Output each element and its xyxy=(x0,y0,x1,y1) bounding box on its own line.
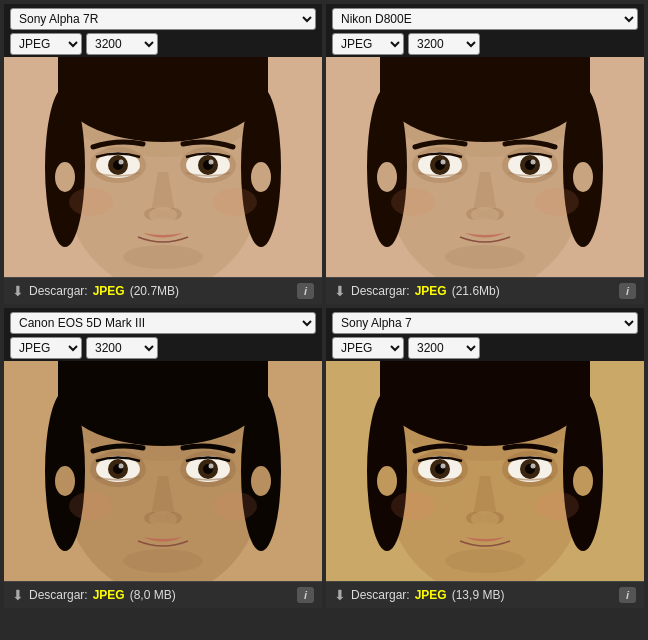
camera-select-2[interactable]: Nikon D800E xyxy=(332,8,638,30)
download-size-1: (20.7MB) xyxy=(130,284,179,298)
panel-header-4: Sony Alpha 7 JPEGTIFFPNG 100200400800160… xyxy=(326,308,644,361)
svg-point-52 xyxy=(471,207,499,223)
download-section-3: ⬇ Descargar: JPEG (8,0 MB) xyxy=(12,587,176,603)
format-select-2[interactable]: JPEGTIFFPNG xyxy=(332,33,404,55)
svg-point-48 xyxy=(531,160,536,165)
format-row-2: JPEGTIFFPNG 1002004008001600320064001280… xyxy=(332,33,638,55)
format-row-4: JPEGTIFFPNG 1002004008001600320064001280… xyxy=(332,337,638,359)
download-format-4[interactable]: JPEG xyxy=(415,588,447,602)
svg-rect-62 xyxy=(58,361,268,416)
camera-row-2: Nikon D800E xyxy=(332,8,638,30)
svg-rect-6 xyxy=(58,57,268,112)
svg-point-75 xyxy=(119,464,124,469)
download-section-4: ⬇ Descargar: JPEG (13,9 MB) xyxy=(334,587,504,603)
iso-select-3[interactable]: 1002004008001600320064001280025600 xyxy=(86,337,158,359)
panel-footer-1: ⬇ Descargar: JPEG (20.7MB) i xyxy=(4,277,322,304)
svg-point-37 xyxy=(377,162,397,192)
download-size-3: (8,0 MB) xyxy=(130,588,176,602)
svg-point-54 xyxy=(535,188,579,216)
format-select-1[interactable]: JPEGTIFFPNG xyxy=(10,33,82,55)
svg-point-104 xyxy=(531,464,536,469)
camera-row-3: Canon EOS 5D Mark III xyxy=(10,312,316,334)
download-section-1: ⬇ Descargar: JPEG (20.7MB) xyxy=(12,283,179,299)
iso-select-4[interactable]: 1002004008001600320064001280025600 xyxy=(408,337,480,359)
image-area-1 xyxy=(4,57,322,277)
svg-point-10 xyxy=(251,162,271,192)
svg-point-76 xyxy=(209,464,214,469)
svg-point-9 xyxy=(55,162,75,192)
svg-point-38 xyxy=(573,162,593,192)
svg-point-111 xyxy=(445,549,525,573)
svg-rect-90 xyxy=(380,361,590,416)
download-size-4: (13,9 MB) xyxy=(452,588,505,602)
svg-point-47 xyxy=(441,160,446,165)
svg-point-110 xyxy=(535,492,579,520)
camera-row-1: Sony Alpha 7R xyxy=(10,8,316,30)
camera-select-3[interactable]: Canon EOS 5D Mark III xyxy=(10,312,316,334)
format-select-3[interactable]: JPEGTIFFPNG xyxy=(10,337,82,359)
download-icon-3: ⬇ xyxy=(12,587,24,603)
image-area-2 xyxy=(326,57,644,277)
svg-point-80 xyxy=(149,511,177,527)
svg-point-26 xyxy=(213,188,257,216)
iso-select-2[interactable]: 1002004008001600320064001280025600 xyxy=(408,33,480,55)
panel-4: Sony Alpha 7 JPEGTIFFPNG 100200400800160… xyxy=(326,308,644,608)
svg-point-65 xyxy=(55,466,75,496)
svg-point-108 xyxy=(471,511,499,527)
download-label-4: Descargar: xyxy=(351,588,410,602)
svg-point-25 xyxy=(69,188,113,216)
download-icon-2: ⬇ xyxy=(334,283,346,299)
image-area-4 xyxy=(326,361,644,581)
download-label-3: Descargar: xyxy=(29,588,88,602)
svg-point-94 xyxy=(573,466,593,496)
svg-point-103 xyxy=(441,464,446,469)
panel-footer-2: ⬇ Descargar: JPEG (21.6Mb) i xyxy=(326,277,644,304)
download-label-2: Descargar: xyxy=(351,284,410,298)
svg-point-20 xyxy=(209,160,214,165)
download-format-1[interactable]: JPEG xyxy=(93,284,125,298)
info-button-2[interactable]: i xyxy=(619,283,636,299)
panel-2: Nikon D800E JPEGTIFFPNG 1002004008001600… xyxy=(326,4,644,304)
panel-1: Sony Alpha 7R JPEGTIFFPNG 10020040080016… xyxy=(4,4,322,304)
svg-point-53 xyxy=(391,188,435,216)
camera-row-4: Sony Alpha 7 xyxy=(332,312,638,334)
panel-header-1: Sony Alpha 7R JPEGTIFFPNG 10020040080016… xyxy=(4,4,322,57)
panel-3: Canon EOS 5D Mark III JPEGTIFFPNG 100200… xyxy=(4,308,322,608)
download-size-2: (21.6Mb) xyxy=(452,284,500,298)
download-icon-4: ⬇ xyxy=(334,587,346,603)
iso-select-1[interactable]: 1002004008001600320064001280025600 xyxy=(86,33,158,55)
svg-point-19 xyxy=(119,160,124,165)
download-format-2[interactable]: JPEG xyxy=(415,284,447,298)
svg-point-27 xyxy=(123,245,203,269)
svg-point-93 xyxy=(377,466,397,496)
svg-point-55 xyxy=(445,245,525,269)
camera-select-4[interactable]: Sony Alpha 7 xyxy=(332,312,638,334)
svg-point-83 xyxy=(123,549,203,573)
svg-point-24 xyxy=(149,207,177,223)
comparison-grid: Sony Alpha 7R JPEGTIFFPNG 10020040080016… xyxy=(0,0,648,612)
format-select-4[interactable]: JPEGTIFFPNG xyxy=(332,337,404,359)
panel-header-2: Nikon D800E JPEGTIFFPNG 1002004008001600… xyxy=(326,4,644,57)
info-button-1[interactable]: i xyxy=(297,283,314,299)
download-label-1: Descargar: xyxy=(29,284,88,298)
svg-rect-34 xyxy=(380,57,590,112)
download-icon-1: ⬇ xyxy=(12,283,24,299)
info-button-4[interactable]: i xyxy=(619,587,636,603)
svg-point-82 xyxy=(213,492,257,520)
panel-footer-4: ⬇ Descargar: JPEG (13,9 MB) i xyxy=(326,581,644,608)
svg-point-66 xyxy=(251,466,271,496)
format-row-1: JPEGTIFFPNG 1002004008001600320064001280… xyxy=(10,33,316,55)
svg-point-81 xyxy=(69,492,113,520)
panel-header-3: Canon EOS 5D Mark III JPEGTIFFPNG 100200… xyxy=(4,308,322,361)
info-button-3[interactable]: i xyxy=(297,587,314,603)
download-section-2: ⬇ Descargar: JPEG (21.6Mb) xyxy=(334,283,500,299)
svg-point-109 xyxy=(391,492,435,520)
panel-footer-3: ⬇ Descargar: JPEG (8,0 MB) i xyxy=(4,581,322,608)
camera-select-1[interactable]: Sony Alpha 7R xyxy=(10,8,316,30)
download-format-3[interactable]: JPEG xyxy=(93,588,125,602)
image-area-3 xyxy=(4,361,322,581)
format-row-3: JPEGTIFFPNG 1002004008001600320064001280… xyxy=(10,337,316,359)
